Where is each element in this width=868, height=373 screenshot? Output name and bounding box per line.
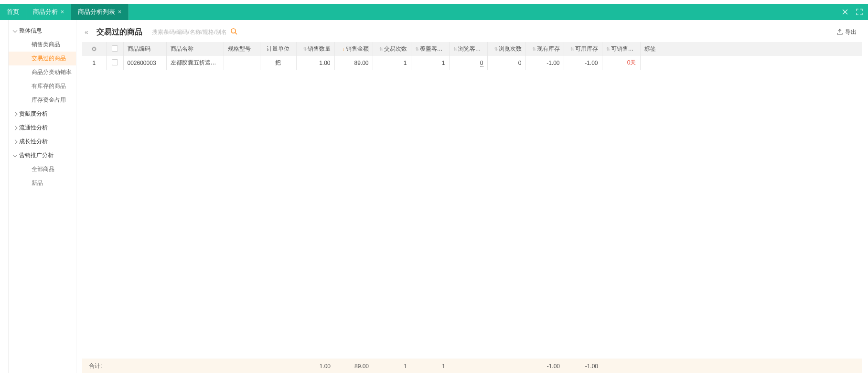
search-box [151,27,237,37]
col-stock-now[interactable]: 现有库存 [525,42,564,56]
col-spec[interactable]: 规格型号 [224,42,260,56]
col-view-count[interactable]: 浏览次数 [487,42,525,56]
nav-label: 贡献度分析 [19,110,48,118]
data-table: ⚙ 商品编码 商品名称 规格型号 计量单位 销售数量 销售金额 交易次数 覆盖客… [82,42,862,70]
nav-group-contribution[interactable]: 贡献度分析 [9,107,76,121]
nav-item-in-stock[interactable]: 有库存的商品 [9,79,76,93]
main-area: 整体信息 销售类商品 交易过的商品 商品分类动销率 有库存的商品 库存资金占用 … [0,20,868,373]
nav-label: 成长性分析 [19,138,48,146]
cell-spec [224,56,260,70]
page-title: 交易过的商品 [96,27,142,37]
cell-unit: 把 [260,56,296,70]
footer-qty: 1.00 [296,359,334,373]
table-footer: 合计: 1.00 89.00 1 1 -1.00 -1.00 [82,359,862,373]
cell-view-count: 0 [487,56,525,70]
tab-label: 商品分析 [33,8,58,16]
col-name[interactable]: 商品名称 [166,42,224,56]
cell-view-cust[interactable]: 0 [449,56,487,70]
row-checkbox[interactable] [106,56,123,70]
cell-amount: 89.00 [334,56,373,70]
close-icon[interactable]: × [118,9,121,15]
svg-point-0 [231,29,236,33]
footer-label: 合计: [82,359,106,373]
row-index: 1 [82,56,106,70]
nav-item-inventory-funds[interactable]: 库存资金占用 [9,93,76,107]
nav-label: 流通性分析 [19,124,48,132]
footer-stock-avail: -1.00 [564,359,602,373]
nav-item-sales-products[interactable]: 销售类商品 [9,38,76,52]
col-tx-count[interactable]: 交易次数 [373,42,411,56]
table-header-row: ⚙ 商品编码 商品名称 规格型号 计量单位 销售数量 销售金额 交易次数 覆盖客… [82,42,862,56]
collapse-sidebar-icon[interactable]: « [82,28,91,36]
tab-product-analysis-list[interactable]: 商品分析列表 × [71,4,129,20]
nav-group-overall[interactable]: 整体信息 [9,24,76,38]
top-spacer [0,0,868,4]
content: « 交易过的商品 导出 ⚙ 商品 [76,20,868,373]
nav-item-category-turnover[interactable]: 商品分类动销率 [9,65,76,79]
nav-label: 交易过的商品 [32,54,66,63]
export-label: 导出 [845,28,857,36]
col-qty[interactable]: 销售数量 [296,42,334,56]
tab-label: 首页 [7,8,19,16]
nav-label: 全部商品 [32,165,54,173]
nav-label: 整体信息 [19,27,42,35]
nav-label: 有库存的商品 [32,82,66,90]
search-input[interactable] [151,27,227,37]
nav-label: 商品分类动销率 [32,68,72,76]
col-settings[interactable]: ⚙ [82,42,106,56]
col-stock-avail[interactable]: 可用库存 [564,42,602,56]
cell-stock-avail: -1.00 [564,56,602,70]
nav-group-circulation[interactable]: 流通性分析 [9,121,76,135]
col-tag[interactable]: 标签 [640,42,862,56]
cell-stock-now: -1.00 [525,56,564,70]
nav-group-marketing[interactable]: 营销推广分析 [9,149,76,162]
cell-name: 左都胶囊五折遮阳伞防晒伞 [166,56,224,70]
content-header: « 交易过的商品 导出 [76,20,868,42]
col-cust-cover[interactable]: 覆盖客户数 [411,42,449,56]
table-row[interactable]: 1 002600003 左都胶囊五折遮阳伞防晒伞 把 1.00 89.00 1 … [82,56,862,70]
col-view-cust[interactable]: 浏览客户数 [449,42,487,56]
col-code[interactable]: 商品编码 [123,42,166,56]
sidebar-gutter [0,20,9,373]
cell-sell-days: 0天 [602,56,640,70]
nav-label: 库存资金占用 [32,96,66,104]
footer-cust-cover: 1 [411,359,449,373]
cell-value: 0 [480,60,483,67]
footer-text: 合计: [89,362,102,369]
tab-home[interactable]: 首页 [0,4,26,20]
titlebar-actions [840,4,868,20]
nav-label: 销售类商品 [32,41,60,49]
tab-bar: 首页 商品分析 × 商品分析列表 × [0,4,868,20]
checkbox-icon [112,59,118,65]
sidebar: 整体信息 销售类商品 交易过的商品 商品分类动销率 有库存的商品 库存资金占用 … [9,20,76,373]
search-icon[interactable] [230,28,237,36]
footer-tx-count: 1 [373,359,411,373]
nav-item-traded-products[interactable]: 交易过的商品 [9,52,76,65]
export-icon [836,29,843,35]
footer-stock-now: -1.00 [525,359,564,373]
col-unit[interactable]: 计量单位 [260,42,296,56]
nav-group-growth[interactable]: 成长性分析 [9,135,76,149]
nav-label: 新品 [32,179,43,187]
cell-tag [640,56,862,70]
col-checkbox-all[interactable] [106,42,123,56]
fullscreen-icon[interactable] [855,7,864,17]
nav-item-all-products[interactable]: 全部商品 [9,162,76,176]
cell-code: 002600003 [123,56,166,70]
cell-tx-count: 1 [373,56,411,70]
close-icon[interactable]: × [61,9,64,15]
tab-label: 商品分析列表 [78,8,115,16]
col-sell-days[interactable]: 可销售天数 [602,42,640,56]
cell-cust-cover: 1 [411,56,449,70]
footer-row: 合计: 1.00 89.00 1 1 -1.00 -1.00 [82,359,862,373]
close-window-icon[interactable] [840,7,850,17]
export-button[interactable]: 导出 [836,28,857,36]
tab-product-analysis[interactable]: 商品分析 × [26,4,71,20]
nav-item-new-products[interactable]: 新品 [9,176,76,190]
col-amount[interactable]: 销售金额 [334,42,373,56]
gear-icon: ⚙ [91,45,97,53]
checkbox-icon [112,45,118,52]
table-container: ⚙ 商品编码 商品名称 规格型号 计量单位 销售数量 销售金额 交易次数 覆盖客… [76,42,868,373]
cell-qty: 1.00 [296,56,334,70]
nav-label: 营销推广分析 [19,151,54,160]
